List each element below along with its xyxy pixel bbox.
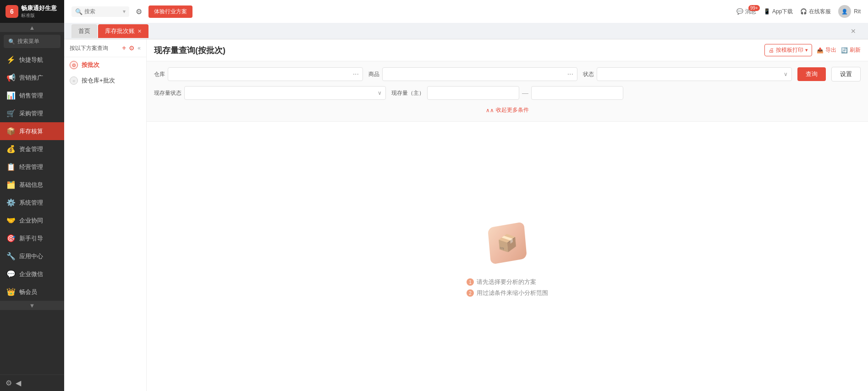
status-chevron-icon: ∨ [784, 71, 788, 77]
operation-label: 经营管理 [19, 163, 43, 171]
enterprise-label: 企业协同 [19, 217, 43, 225]
empty-tip-1-text: 请先选择要分析的方案 [477, 278, 536, 286]
scheme-by-batch-item[interactable]: ⊙ 按批次 [64, 57, 146, 73]
newbie-icon: 🎯 [6, 234, 16, 243]
message-item[interactable]: 💬 消息 99+ [736, 8, 756, 16]
refresh-button[interactable]: 🔄 刷新 [841, 46, 861, 54]
status-select[interactable]: ∨ [597, 67, 792, 81]
topbar: 🔍 ▾ ⚙ 体验行业方案 💬 消息 99+ 📱 App下载 🎧 在线客服 👤 [64, 0, 868, 23]
trial-button[interactable]: 体验行业方案 [148, 5, 192, 18]
page-header-actions: 🖨 按模板打印 ▾ 📤 导出 🔄 刷新 [764, 44, 861, 56]
query-button[interactable]: 查询 [797, 67, 826, 81]
page-title: 现存量查询(按批次) [154, 45, 225, 56]
sidebar-bottom: ⚙ ◀ [0, 375, 64, 391]
vip-label: 畅会员 [19, 288, 37, 296]
sidebar-item-marketing[interactable]: 📢 营销推广 [0, 69, 64, 87]
inventory-status-filter: 现存量状态 ∨ [154, 86, 386, 100]
empty-tip-1: 1 请先选择要分析的方案 [467, 278, 548, 286]
sidebar-item-system[interactable]: ⚙️ 系统管理 [0, 194, 64, 212]
print-dropdown-icon[interactable]: ▾ [805, 47, 808, 53]
print-icon: 🖨 [769, 47, 774, 54]
sidebar-item-inventory[interactable]: 📦 库存核算 [0, 122, 64, 140]
export-button[interactable]: 📤 导出 [817, 46, 836, 54]
system-label: 系统管理 [19, 199, 43, 207]
tab-batch-account-label: 库存批次账 [105, 27, 135, 35]
inventory-status-select[interactable]: ∨ [184, 86, 386, 100]
user-item[interactable]: 👤 Rit [838, 5, 861, 18]
collapse-panel-icon[interactable]: « [137, 45, 141, 51]
sidebar-logo: 6 畅康通好生意 标准版 [0, 0, 64, 23]
template-print-button[interactable]: 🖨 按模板打印 ▾ [764, 44, 812, 56]
message-badge: 99+ [748, 5, 760, 11]
online-service-item[interactable]: 🎧 在线客服 [800, 8, 831, 16]
sidebar-item-vip[interactable]: 👑 畅会员 [0, 283, 64, 301]
tab-home[interactable]: 首页 [71, 24, 97, 38]
collapse-sidebar-icon[interactable]: ◀ [16, 379, 21, 387]
tab-main-close-icon[interactable]: ✕ [846, 26, 861, 37]
sidebar-item-purchase[interactable]: 🛒 采购管理 [0, 104, 64, 122]
empty-illustration: 📦 [480, 216, 535, 271]
topbar-dropdown-icon[interactable]: ▾ [123, 8, 126, 15]
tip-num-1: 1 [467, 278, 474, 286]
warehouse-label: 仓库 [154, 71, 165, 78]
app-name: 畅康通好生意 [21, 5, 57, 12]
marketing-label: 营销推广 [19, 74, 43, 82]
sidebar-item-quick-nav[interactable]: ⚡ 快捷导航 [0, 51, 64, 69]
right-panel: 现存量查询(按批次) 🖨 按模板打印 ▾ 📤 导出 🔄 刷新 [147, 39, 868, 391]
app-version: 标准版 [21, 12, 57, 18]
quick-nav-icon: ⚡ [6, 55, 16, 64]
quick-nav-label: 快捷导航 [19, 56, 43, 64]
avatar-placeholder: 👤 [841, 9, 848, 15]
logo-icon: 6 [5, 5, 18, 18]
sidebar-item-app-center[interactable]: 🔧 应用中心 [0, 247, 64, 265]
topbar-search-icon: 🔍 [75, 8, 82, 15]
settings-button[interactable]: 设置 [831, 67, 861, 81]
cube-icon: 📦 [488, 222, 527, 265]
filter-row-2: 现存量状态 ∨ 现存量（主） — [154, 86, 861, 100]
sidebar-item-enterprise-wechat[interactable]: 💬 企业微信 [0, 265, 64, 283]
newbie-label: 新手引导 [19, 234, 43, 243]
basic-label: 基础信息 [19, 181, 43, 189]
product-filter: 商品 ··· [368, 67, 577, 81]
tab-batch-account[interactable]: 库存批次账 ✕ [98, 24, 148, 38]
inventory-qty-min-input[interactable] [427, 86, 519, 100]
tab-batch-close-icon[interactable]: ✕ [137, 28, 142, 34]
inventory-qty-max-input[interactable] [531, 86, 623, 100]
add-scheme-icon[interactable]: + [122, 44, 126, 52]
scheme-by-warehouse-batch-item[interactable]: ○ 按仓库+批次 [64, 73, 146, 88]
inventory-status-chevron-icon: ∨ [378, 90, 382, 96]
sidebar-scroll-up[interactable]: ▲ [0, 23, 64, 32]
online-service-label: 在线客服 [809, 8, 831, 16]
message-icon: 💬 [736, 8, 743, 15]
topbar-settings-icon[interactable]: ⚙ [136, 7, 142, 16]
warehouse-input[interactable]: ··· [168, 67, 363, 81]
sidebar-item-sales[interactable]: 📊 销售管理 [0, 87, 64, 104]
sidebar-item-enterprise[interactable]: 🤝 企业协同 [0, 212, 64, 229]
search-label: 搜索菜单 [17, 38, 39, 45]
app-download-item[interactable]: 📱 App下载 [764, 8, 793, 16]
left-panel-header: 按以下方案查询 + ⚙ « [64, 39, 146, 57]
product-label: 商品 [368, 71, 379, 78]
collapse-filter-row[interactable]: ∧∧ 收起更多条件 [154, 104, 861, 116]
sidebar-search[interactable]: 🔍 搜索菜单 [4, 35, 60, 48]
product-dots-icon: ··· [567, 70, 573, 78]
sidebar-item-finance[interactable]: 💰 资金管理 [0, 140, 64, 158]
collapse-label: 收起更多条件 [496, 106, 529, 114]
topbar-search-input[interactable] [84, 8, 121, 15]
topbar-search-box[interactable]: 🔍 ▾ [71, 6, 129, 17]
sidebar-item-basic[interactable]: 🗂️ 基础信息 [0, 176, 64, 194]
scheme-settings-icon[interactable]: ⚙ [129, 44, 135, 52]
inventory-qty-filter: 现存量（主） — [391, 86, 623, 100]
tip-num-2: 2 [467, 289, 474, 297]
vip-icon: 👑 [6, 288, 16, 296]
inventory-qty-dash: — [522, 89, 528, 97]
product-input[interactable]: ··· [382, 67, 577, 81]
warehouse-dots-icon: ··· [353, 70, 359, 78]
sidebar-item-newbie[interactable]: 🎯 新手引导 [0, 229, 64, 247]
app-center-label: 应用中心 [19, 252, 43, 261]
settings-bottom-icon[interactable]: ⚙ [5, 379, 12, 387]
by-batch-icon: ⊙ [70, 61, 78, 69]
user-avatar: 👤 [838, 5, 851, 18]
sidebar-item-operation[interactable]: 📋 经营管理 [0, 158, 64, 176]
sidebar-scroll-down[interactable]: ▼ [0, 301, 64, 310]
